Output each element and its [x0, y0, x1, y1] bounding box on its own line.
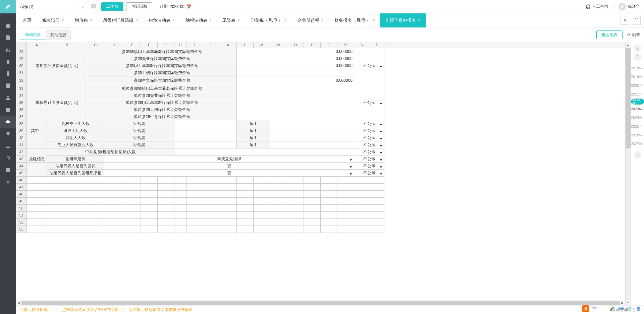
nav-home-icon[interactable]: [0, 19, 16, 32]
empty-cell[interactable]: [237, 219, 254, 226]
nav-doc-icon[interactable]: [0, 32, 16, 44]
col-header-L[interactable]: L: [237, 42, 254, 48]
empty-cell[interactable]: [47, 177, 87, 184]
empty-cell[interactable]: [47, 184, 87, 191]
col-header-A[interactable]: A: [27, 42, 47, 48]
empty-cell[interactable]: [254, 198, 270, 205]
empty-cell[interactable]: [87, 184, 104, 191]
empty-cell[interactable]: [321, 219, 337, 226]
close-icon[interactable]: ×: [209, 18, 212, 23]
value-cell[interactable]: 0.000000: [237, 62, 354, 69]
empty-cell[interactable]: [237, 191, 254, 198]
scroll-down-arrow[interactable]: ▼: [626, 300, 631, 305]
empty-cell[interactable]: [203, 177, 220, 184]
col-header-K[interactable]: K: [220, 42, 237, 48]
empty-cell[interactable]: [304, 226, 321, 233]
empty-cell[interactable]: [354, 198, 369, 205]
empty-cell[interactable]: [254, 226, 270, 233]
empty-cell[interactable]: [220, 219, 237, 226]
close-icon[interactable]: ×: [284, 18, 287, 23]
col-header-G[interactable]: G: [158, 42, 174, 48]
empty-cell[interactable]: [270, 184, 287, 191]
empty-cell[interactable]: [47, 198, 87, 205]
value-cell[interactable]: 0.000000: [237, 76, 354, 85]
dropdown-icon[interactable]: ▼: [379, 64, 383, 69]
empty-cell[interactable]: [47, 191, 87, 198]
tab-5[interactable]: 纳税波动表×: [180, 13, 217, 27]
vertical-scrollbar[interactable]: ▲ ▼: [625, 42, 631, 305]
empty-cell[interactable]: [270, 226, 287, 233]
row-number[interactable]: 31: [16, 69, 27, 76]
empty-cell[interactable]: [186, 177, 203, 184]
empty-cell[interactable]: [87, 205, 104, 212]
empty-cell[interactable]: [47, 219, 87, 226]
empty-cell[interactable]: [186, 212, 203, 219]
dropdown-icon[interactable]: ▼: [349, 164, 353, 170]
empty-cell[interactable]: [354, 226, 369, 233]
value-cell[interactable]: [270, 127, 354, 134]
empty-cell[interactable]: [237, 184, 254, 191]
empty-cell[interactable]: [337, 191, 354, 198]
empty-cell[interactable]: [321, 184, 337, 191]
empty-cell[interactable]: [369, 184, 384, 191]
empty-cell[interactable]: [304, 177, 321, 184]
empty-cell[interactable]: [237, 198, 254, 205]
close-icon[interactable]: ×: [172, 18, 175, 23]
empty-cell[interactable]: [270, 212, 287, 219]
empty-cell[interactable]: [321, 205, 337, 212]
nav-recycle-icon[interactable]: [0, 128, 16, 140]
row-number[interactable]: 51: [16, 212, 27, 219]
empty-cell[interactable]: [174, 226, 186, 233]
year-up-button[interactable]: ⌃: [634, 53, 641, 61]
empty-cell[interactable]: [27, 184, 47, 191]
empty-cell[interactable]: [124, 205, 141, 212]
value-cell[interactable]: [237, 113, 354, 120]
dropdown-cell[interactable]: 否▼: [104, 163, 354, 170]
col-header-T[interactable]: T: [369, 42, 384, 48]
year-2024年[interactable]: 2024年: [631, 113, 644, 122]
nav-chart-icon[interactable]: [0, 44, 16, 56]
empty-cell[interactable]: [254, 205, 270, 212]
empty-cell[interactable]: [220, 205, 237, 212]
empty-cell[interactable]: [369, 191, 384, 198]
empty-cell[interactable]: [354, 212, 369, 219]
note-icon[interactable]: [91, 3, 97, 10]
dropdown-icon[interactable]: ▼: [379, 171, 383, 177]
empty-cell[interactable]: [337, 177, 354, 184]
empty-cell[interactable]: [124, 177, 141, 184]
empty-cell[interactable]: [369, 205, 384, 212]
empty-cell[interactable]: [220, 212, 237, 219]
scroll-right-arrow[interactable]: ▶: [620, 301, 625, 305]
row-number[interactable]: 29: [16, 55, 27, 62]
display-select[interactable]: 不公示▼: [354, 134, 384, 141]
empty-cell[interactable]: [337, 198, 354, 205]
value-cell[interactable]: [237, 92, 354, 99]
empty-cell[interactable]: [287, 205, 304, 212]
row-number[interactable]: 33: [16, 85, 27, 92]
empty-cell[interactable]: [287, 191, 304, 198]
empty-cell[interactable]: [47, 212, 87, 219]
empty-cell[interactable]: [369, 219, 384, 226]
empty-cell[interactable]: [203, 198, 220, 205]
value-cell[interactable]: [174, 120, 237, 127]
ime-comma-icon[interactable]: ': [600, 305, 606, 312]
empty-cell[interactable]: [104, 177, 124, 184]
col-header-N[interactable]: N: [270, 42, 287, 48]
dropdown-icon[interactable]: ▼: [379, 143, 383, 148]
empty-cell[interactable]: [27, 212, 47, 219]
dropdown-icon[interactable]: ▼: [379, 129, 383, 134]
row-number[interactable]: 36: [16, 106, 27, 113]
row-number[interactable]: 52: [16, 219, 27, 226]
row-number[interactable]: 47: [16, 184, 27, 191]
empty-cell[interactable]: [237, 177, 254, 184]
row-number[interactable]: 42: [16, 148, 27, 155]
empty-cell[interactable]: [304, 184, 321, 191]
display-select[interactable]: 不公示▼: [354, 148, 384, 155]
empty-cell[interactable]: [203, 205, 220, 212]
col-header-M[interactable]: M: [254, 42, 270, 48]
empty-cell[interactable]: [304, 212, 321, 219]
nav-cloud-icon[interactable]: [0, 116, 16, 128]
year-2018年[interactable]: 2018年: [631, 64, 644, 72]
empty-cell[interactable]: [287, 177, 304, 184]
tab-1[interactable]: 税表清册×: [37, 13, 69, 27]
